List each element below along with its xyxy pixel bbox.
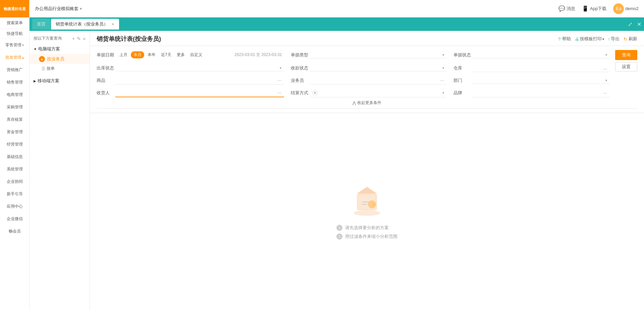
sidebar-item-member[interactable]: 畅会员 <box>0 225 29 238</box>
app-download-button[interactable]: 📱 App下载 <box>582 5 606 12</box>
date-tab-more[interactable]: 更多 <box>175 51 187 58</box>
warehouse-control[interactable]: ... <box>472 64 610 72</box>
date-tab-7days[interactable]: 近7天 <box>159 51 173 58</box>
sidebar-item-ecommerce[interactable]: 电商管理 <box>0 89 29 101</box>
sidebar-item-system[interactable]: 系统管理 <box>0 163 29 175</box>
lp-item-label: 按业务员 <box>47 56 64 62</box>
filter-out-status: 出库状态 ▾ <box>97 65 284 71</box>
tip-num-1: 1 <box>336 225 342 231</box>
out-status-control[interactable]: ▾ <box>115 65 284 71</box>
refresh-icon: ↻ <box>624 37 627 42</box>
doc-status-control[interactable]: ▾ <box>472 52 610 58</box>
sidebar-item-newbie[interactable]: 新手引导 <box>0 188 29 200</box>
topbar-right: 💬 消息 📱 App下载 Ea demo2 <box>558 3 639 14</box>
sidebar-item-wholesale[interactable]: 批发管理 ▴ <box>0 51 29 64</box>
sidebar-item-label: 企业协同 <box>7 179 23 185</box>
salesperson-scheme-icon: ● <box>39 56 45 62</box>
settlement-clear-icon[interactable]: ✕ <box>312 90 318 96</box>
sidebar-item-label: 应用中心 <box>7 204 23 209</box>
svg-text:⚡: ⚡ <box>370 202 376 207</box>
date-control: 上月 本月 本年 近7天 更多 自定义 2023-03-01 至 2023-03… <box>115 50 284 60</box>
sidebar-item-enterprise[interactable]: 企业协同 <box>0 175 29 188</box>
salesperson-dots-icon[interactable]: ··· <box>440 78 444 83</box>
salesperson-control[interactable]: ··· <box>310 76 447 85</box>
sidebar-item-operations[interactable]: 经营管理 <box>0 138 29 151</box>
content-area: 按以下方案查询 + ✎ « ▼ 电脑端方案 ● 按业务员 ☰ 按 <box>30 31 644 310</box>
filter-doc-status: 单据状态 ▾ <box>453 52 610 58</box>
filter-salesperson: 业务员 ··· <box>291 76 447 85</box>
sidebar-menu: 零售管理 ▾ 批发管理 ▴ 营销推广 销售管理 电商管理 采购管理 库存核算 资… <box>0 39 29 310</box>
lp-section-mobile-title[interactable]: ▶ 移动端方案 <box>30 76 90 86</box>
tip-num-2: 2 <box>336 234 342 240</box>
svg-point-0 <box>354 210 380 216</box>
date-tab-thisyear[interactable]: 本年 <box>146 51 158 58</box>
page-actions: ? 帮助 🖨 按模板打印 ▾ ↑ 导出 ↻ 刷新 <box>558 36 637 42</box>
filter-main: 单据日期 上月 本月 本年 近7天 更多 自定义 <box>97 50 637 97</box>
filter-settlement: 结算方式 ✕ ▾ <box>291 89 447 97</box>
sidebar-item-basics[interactable]: 基础信息 <box>0 151 29 163</box>
receipt-status-control[interactable]: ▾ <box>310 65 447 71</box>
sidebar-item-label: 企业微信 <box>7 216 23 222</box>
message-button[interactable]: 💬 消息 <box>558 5 575 12</box>
app-download-label: App下载 <box>590 6 606 12</box>
filter-doc-type: 单据类型 ▾ <box>291 52 447 58</box>
collapse-label: 收起更多条件 <box>357 100 381 106</box>
add-scheme-icon[interactable]: + <box>72 36 75 41</box>
product-dots-icon[interactable]: ··· <box>277 78 281 83</box>
brand-label: 品牌 <box>453 90 472 96</box>
brand-control[interactable]: ··· <box>472 89 610 97</box>
tab-home[interactable]: 首页 <box>32 19 50 30</box>
sidebar-search[interactable]: 搜索菜单 <box>0 17 29 29</box>
filter-area: 单据日期 上月 本月 本年 近7天 更多 自定义 <box>90 46 644 113</box>
lp-item-by-order[interactable]: ☰ 按单 <box>30 64 90 73</box>
sidebar-item-retail[interactable]: 零售管理 ▾ <box>0 39 29 51</box>
date-tab-thismonth[interactable]: 本月 <box>131 51 144 58</box>
sidebar-quicknav[interactable]: 快捷导航 <box>0 29 29 39</box>
lp-section-mobile: ▶ 移动端方案 <box>30 76 90 86</box>
export-button[interactable]: ↑ 导出 <box>608 36 620 42</box>
tab-close-all[interactable]: ✕ <box>637 21 641 28</box>
query-button[interactable]: 查询 <box>615 50 637 60</box>
tip-text-2: 用过滤条件来缩小分析范围 <box>345 234 397 240</box>
doc-type-control[interactable]: ▾ <box>310 52 447 58</box>
edit-scheme-icon[interactable]: ✎ <box>77 36 81 41</box>
logo-text: 畅捷通好生意 <box>4 6 26 11</box>
date-tab-custom[interactable]: 自定义 <box>188 51 204 58</box>
help-button[interactable]: ? 帮助 <box>558 36 571 42</box>
lp-section-pc-title[interactable]: ▼ 电脑端方案 <box>30 44 90 54</box>
sidebar-item-inventory[interactable]: 库存核算 <box>0 113 29 126</box>
user-menu[interactable]: Ea demo2 <box>613 3 639 14</box>
brand-dots-icon[interactable]: ··· <box>603 90 607 96</box>
filter-warehouse: 仓库 ... <box>453 64 610 72</box>
sidebar-item-label: 资金管理 <box>7 129 23 135</box>
filter-dept: 部门 ▾ <box>453 77 610 84</box>
print-button[interactable]: 🖨 按模板打印 ▾ <box>575 36 604 42</box>
date-tab-lastmonth[interactable]: 上月 <box>117 51 129 58</box>
collapse-button[interactable]: ⋀ 收起更多条件 <box>353 100 381 106</box>
sidebar-item-marketing[interactable]: 营销推广 <box>0 64 29 76</box>
sidebar-item-purchase[interactable]: 采购管理 <box>0 101 29 113</box>
sidebar-item-label: 经营管理 <box>7 142 23 147</box>
sidebar-item-wework[interactable]: 企业微信 <box>0 213 29 225</box>
collapse-panel-icon[interactable]: « <box>83 36 86 41</box>
product-control[interactable]: ··· <box>115 76 284 85</box>
refresh-button[interactable]: ↻ 刷新 <box>624 36 637 42</box>
consignee-label: 收货人 <box>97 90 115 96</box>
sidebar-item-sales[interactable]: 销售管理 <box>0 76 29 89</box>
dept-control[interactable]: ▾ <box>472 77 610 84</box>
sidebar-item-appcenter[interactable]: 应用中心 <box>0 200 29 213</box>
tab-sales-stat[interactable]: 销货单统计表（按业务员） ✕ <box>51 19 119 30</box>
date-range-value: 2023-03-01 至 2023-03-31 <box>234 52 282 58</box>
warehouse-dots-icon[interactable]: ... <box>603 65 607 70</box>
sidebar-item-finance[interactable]: 资金管理 <box>0 126 29 138</box>
tab-close-icon[interactable]: ✕ <box>111 22 114 27</box>
consignee-dots-icon[interactable]: ··· <box>277 90 281 95</box>
tab-maximize-icon[interactable]: ⤢ <box>625 21 635 28</box>
lp-item-by-salesperson[interactable]: ● 按业务员 <box>30 54 90 64</box>
left-panel-title: 按以下方案查询 <box>34 36 62 41</box>
dept-label: 部门 <box>453 78 472 84</box>
settlement-control[interactable]: ✕ ▾ <box>310 89 447 97</box>
settings-button[interactable]: 设置 <box>615 62 637 71</box>
consignee-control[interactable]: ··· <box>115 89 284 97</box>
app-selector[interactable]: 办公用品行业模拟账套 ▾ <box>35 6 82 12</box>
